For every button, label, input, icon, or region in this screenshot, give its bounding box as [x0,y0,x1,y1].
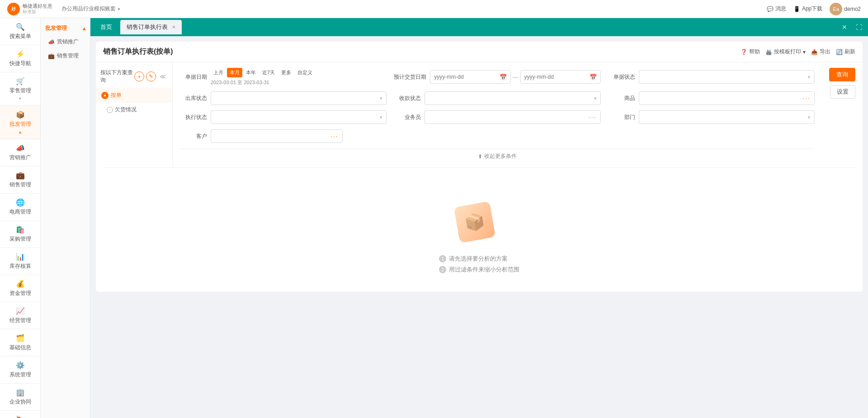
query-actions: 查询 设置 [822,62,863,167]
refresh-btn[interactable]: 🔄 刷新 [836,48,855,56]
finance-icon: 💰 [16,280,25,288]
expected-date-from-input[interactable] [434,74,497,80]
goods-more-icon[interactable]: ··· [802,95,811,102]
scheme-add-btn[interactable]: + [134,71,144,81]
scheme-header-icons: + ✎ ≪ [134,71,168,81]
sidebar-newguide[interactable]: 🔖 新手引导 [0,411,40,418]
search-icon: 🔍 [16,23,25,31]
breadcrumb[interactable]: 办公用品行业模拟账套 ▾ [61,5,120,13]
calendar-to-icon[interactable]: 📅 [590,74,597,81]
sidebar-quicknav[interactable]: ⚡ 快捷导航 [0,45,40,72]
scheme-dot-icon: ● [101,92,108,99]
filter-payment-field: 收款状态 ▾ [394,91,600,105]
sidebar-sales[interactable]: 💼 销售管理 [0,166,40,194]
tab-active[interactable]: 销售订单执行表 × [120,20,182,34]
outstatus-chevron-icon: ▾ [380,95,382,101]
app-download-btn[interactable]: 📱 App下载 [793,5,822,13]
tab-close-all-btn[interactable]: ✕ [839,22,850,33]
scheme-header-left: 按以下方案查询 [100,69,134,84]
sidebar-marketing[interactable]: 📣 营销推广 [0,139,40,166]
filter-execstatus-field: 执行状态 ▾ [180,110,387,124]
message-btn[interactable]: 💬 消息 [767,5,786,13]
user-area[interactable]: Ea demo2 [830,3,861,15]
status-select[interactable]: ▾ [639,70,815,84]
tab-expand-btn[interactable]: ⛶ [854,22,864,33]
export-btn[interactable]: 📤 导出 [811,48,830,56]
date-prev-month-btn[interactable]: 上月 [211,68,226,77]
sub-sidebar-header[interactable]: 批发管理 ▴ [41,22,90,35]
filter-customer-field: 客户 ··· [180,129,343,143]
scheme-item-order[interactable]: ● 按单 [96,88,172,103]
date-year-btn[interactable]: 本年 [243,68,259,77]
sidebar-search[interactable]: 🔍 搜索菜单 [0,18,40,45]
print-icon: 🖨️ [765,49,772,55]
purchase-icon: 🛍️ [16,225,25,234]
scheme-collapse-btn[interactable]: ≪ [158,71,168,81]
sub-sidebar-marketing[interactable]: 📣 营销推广 [41,35,90,49]
tab-home[interactable]: 首页 [94,20,118,34]
page-title-actions: ❓ 帮助 🖨️ 按模板打印 ▾ 📤 导出 � [741,48,855,56]
sidebar-ecommerce[interactable]: 🌐 电商管理 [0,194,40,221]
top-header: 好 畅捷通好生意 标准版 办公用品行业模拟账套 ▾ 💬 消息 📱 App下载 E… [0,0,868,18]
sidebar-finance[interactable]: 💰 资金管理 [0,275,40,302]
sub-marketing-icon: 📣 [48,39,55,45]
expected-date-to-input[interactable] [524,74,588,80]
sidebar-wholesale[interactable]: 📦 批发管理 ▴ [0,106,40,139]
payment-label: 收款状态 [394,95,421,102]
payment-select[interactable]: ▾ [425,91,600,105]
avatar: Ea [830,3,842,15]
sub-sidebar-sales[interactable]: 💼 销售管理 [41,49,90,63]
help-icon: ❓ [741,49,747,55]
customer-select[interactable]: ··· [211,129,343,143]
salesperson-select[interactable]: ··· [425,110,600,124]
salesperson-label: 业务员 [394,114,421,121]
date-more-btn[interactable]: 更多 [278,68,294,77]
sales-icon: 💼 [16,171,25,180]
outstatus-select[interactable]: ▾ [211,91,387,105]
header-right: 💬 消息 📱 App下载 Ea demo2 [767,3,861,15]
date-week-btn[interactable]: 近7天 [259,68,278,77]
expected-date-from[interactable]: 📅 [430,70,510,84]
logo-text: 畅捷通好生意 标准版 [23,3,52,14]
goods-select[interactable]: ··· [639,91,815,105]
tab-close-btn[interactable]: × [172,24,175,30]
scheme-item-shortage[interactable]: ○ 欠货情况 [96,103,172,117]
tab-bar-actions: ✕ ⛶ [839,22,864,33]
dept-select[interactable]: ▾ [639,110,815,124]
execstatus-select[interactable]: ▾ [211,110,387,124]
date-quick-selectors: 上月 本月 本年 近7天 更多 自定义 [211,68,387,77]
sidebar: 🔍 搜索菜单 ⚡ 快捷导航 🛒 零售管理 ▾ 📦 批发管理 ▴ 📣 营销推广 💼… [0,18,41,418]
export-icon: 📤 [811,49,818,55]
sidebar-purchase[interactable]: 🛍️ 采购管理 [0,221,40,248]
empty-tips: 1 请先选择要分析的方案 2 用过滤条件来缩小分析范围 [439,255,519,274]
print-btn[interactable]: 🖨️ 按模板打印 ▾ [765,48,806,56]
sidebar-system[interactable]: ⚙️ 系统管理 [0,356,40,384]
date-custom-btn[interactable]: 自定义 [295,68,315,77]
empty-tip-2: 2 用过滤条件来缩小分析范围 [439,266,519,274]
tab-bar: 首页 销售订单执行表 × ✕ ⛶ [90,18,868,36]
salesperson-more-icon[interactable]: ··· [589,114,597,121]
sidebar-enterprise[interactable]: 🏢 企业协同 [0,384,40,411]
expected-date-label: 预计交货日期 [394,73,426,81]
filter-row-3: 执行状态 ▾ 业务员 ··· [180,110,815,124]
search-btn[interactable]: 查询 [829,68,855,81]
basics-icon: 🗂️ [16,334,25,342]
logo-area: 好 畅捷通好生意 标准版 [7,3,52,15]
date-cur-month-btn[interactable]: 本月 [227,68,242,77]
filter-row-1: 单据日期 上月 本月 本年 近7天 更多 自定义 [180,68,815,86]
expected-date-to[interactable]: 📅 [520,70,601,84]
sidebar-retail[interactable]: 🛒 零售管理 ▾ [0,72,40,106]
collapse-bar[interactable]: ⬆ 收起更多条件 [180,148,815,162]
logo-icon: 好 [7,3,20,15]
help-btn[interactable]: ❓ 帮助 [741,48,760,56]
sidebar-operations[interactable]: 📈 经营管理 [0,302,40,329]
customer-more-icon[interactable]: ··· [330,133,339,140]
scheme-edit-btn[interactable]: ✎ [146,71,156,81]
sidebar-inventory[interactable]: 📊 库存核算 [0,248,40,275]
sidebar-basics[interactable]: 🗂️ 基础信息 [0,329,40,356]
chevron-up-icon: ▴ [83,25,85,32]
newguide-icon: 🔖 [16,415,25,418]
filter-section: 按以下方案查询 + ✎ ≪ ● [96,62,863,167]
settings-btn[interactable]: 设置 [830,85,855,99]
calendar-from-icon[interactable]: 📅 [500,74,507,81]
